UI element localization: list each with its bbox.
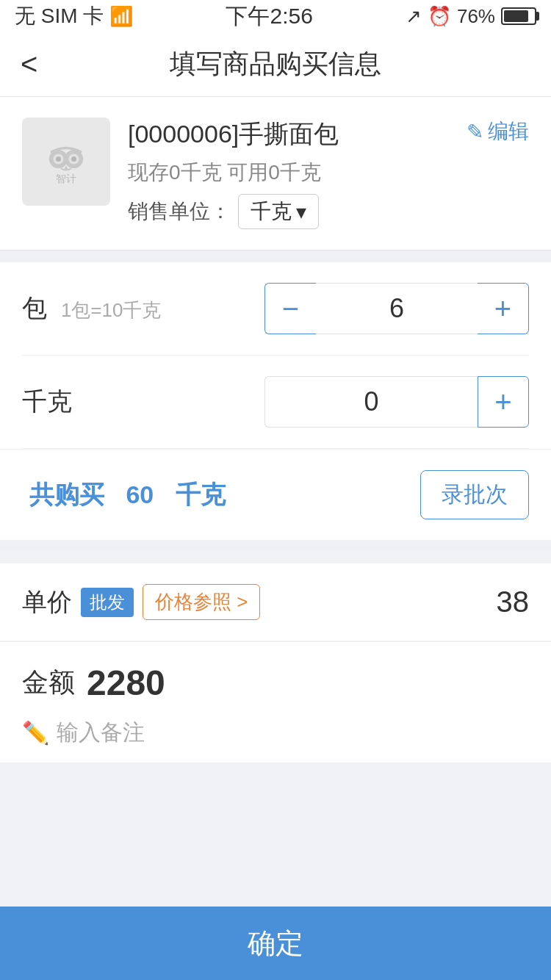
total-text: 共购买 60 千克 [22,478,233,512]
total-prefix: 共购买 [29,480,104,508]
kg-label-container: 千克 [22,385,72,419]
product-logo-icon: 智计 [40,136,92,187]
product-image: 智计 [22,118,110,206]
confirm-button[interactable]: 确定 [0,907,551,980]
kg-quantity-input[interactable] [264,376,478,428]
price-row: 单价 批发 价格参照 > 38 [22,584,529,620]
total-row: 共购买 60 千克 录批次 [0,449,551,540]
edit-button[interactable]: ✎ 编辑 [467,118,529,145]
svg-marker-6 [64,166,68,170]
amount-section: 金额 2280 ✏️ 输入备注 [0,642,551,763]
location-icon: ↗ [406,5,422,28]
unit-value: 千克 [251,198,292,226]
nav-bar: < 填写商品购买信息 [0,32,551,97]
unit-label: 销售单位： [128,198,231,226]
total-unit: 千克 [176,480,226,508]
svg-point-4 [56,156,61,162]
section-divider-1 [0,251,551,262]
carrier-label: 无 SIM 卡 [15,2,104,30]
bag-minus-button[interactable]: − [264,283,316,334]
battery-label: 76% [457,5,495,28]
price-left: 单价 批发 价格参照 > [22,584,260,620]
bag-sub-label: 1包=10千克 [61,299,162,321]
bag-label: 包 [22,294,47,322]
kg-quantity-row: 千克 + [22,356,529,449]
bag-quantity-input[interactable] [316,283,478,334]
remark-placeholder: 输入备注 [57,718,145,748]
record-batch-button[interactable]: 录批次 [420,470,529,519]
bag-quantity-control: − + [264,283,529,334]
status-bar-right: ↗ ⏰ 76% [406,5,536,28]
svg-point-5 [71,156,76,162]
batch-tag: 批发 [81,588,134,617]
edit-label: 编辑 [488,118,529,145]
kg-label: 千克 [22,387,72,415]
product-unit-row: 销售单位： 千克 ▾ [128,194,529,229]
product-card-wrapper: 智计 [0000006]手撕面包 现存0千克 可用0千克 销售单位： 千克 ▾ … [0,97,551,251]
wifi-icon: 📶 [109,5,133,28]
unit-dropdown-icon: ▾ [296,200,306,224]
unit-selector[interactable]: 千克 ▾ [238,194,319,229]
amount-label: 金额 [22,665,75,701]
total-amount: 60 [126,480,154,508]
alarm-icon: ⏰ [428,5,451,28]
kg-plus-button[interactable]: + [478,376,529,428]
bag-plus-button[interactable]: + [478,283,529,334]
amount-row: 金额 2280 [22,663,529,703]
edit-icon: ✎ [467,120,483,144]
remark-row[interactable]: ✏️ 输入备注 [22,718,529,748]
price-label: 单价 [22,586,72,619]
battery-icon [501,7,536,25]
product-card: 智计 [0000006]手撕面包 现存0千克 可用0千克 销售单位： 千克 ▾ … [0,97,551,251]
price-section: 单价 批发 价格参照 > 38 [0,563,551,641]
pencil-icon: ✏️ [22,720,49,746]
kg-quantity-control: + [264,376,529,428]
bag-quantity-row: 包 1包=10千克 − + [22,262,529,356]
status-bar-time: 下午2:56 [226,1,312,32]
product-stock: 现存0千克 可用0千克 [128,159,529,187]
status-bar-left: 无 SIM 卡 📶 [15,2,133,30]
amount-value: 2280 [87,663,165,703]
quantity-section: 包 1包=10千克 − + 千克 + [0,262,551,449]
section-divider-2 [0,540,551,552]
price-reference-button[interactable]: 价格参照 > [143,584,260,620]
status-bar: 无 SIM 卡 📶 下午2:56 ↗ ⏰ 76% [0,0,551,32]
bag-label-container: 包 1包=10千克 [22,292,161,325]
price-value: 38 [497,586,530,619]
svg-text:智计: 智计 [56,173,76,184]
back-button[interactable]: < [21,48,37,81]
page-title: 填写商品购买信息 [170,46,381,82]
